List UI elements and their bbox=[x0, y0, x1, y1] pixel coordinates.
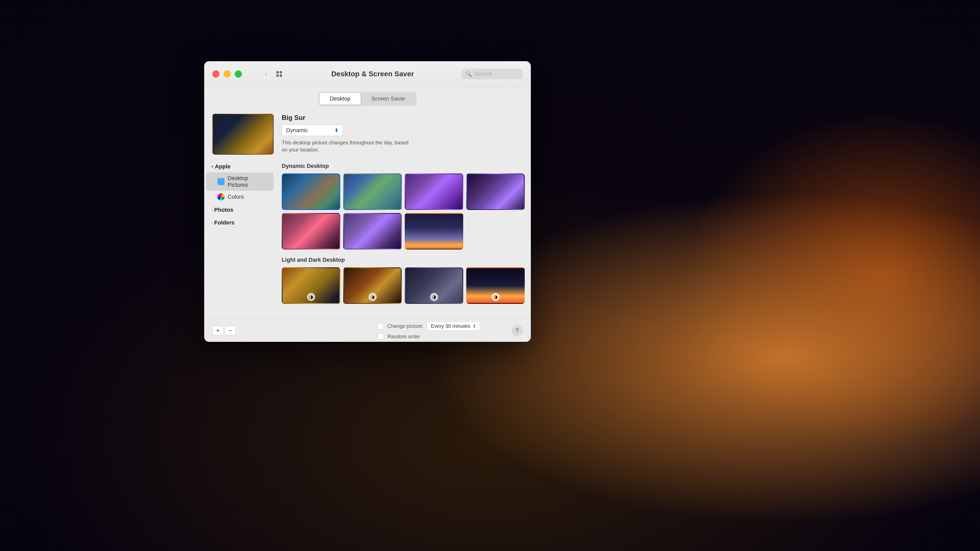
search-input[interactable] bbox=[474, 71, 519, 77]
search-icon: 🔍 bbox=[466, 71, 472, 77]
sidebar-section-folders-label: Folders bbox=[214, 219, 234, 226]
light-dark-toggle-icon-3: ◑ bbox=[430, 293, 438, 301]
wallpaper-thumb-4[interactable] bbox=[466, 173, 525, 210]
svg-rect-0 bbox=[277, 71, 279, 73]
svg-rect-1 bbox=[280, 71, 282, 73]
folder-icon bbox=[218, 178, 224, 185]
tab-desktop[interactable]: Desktop bbox=[320, 93, 361, 105]
interval-dropdown[interactable]: Every 30 minutes ⬍ bbox=[427, 321, 480, 331]
tab-screensaver[interactable]: Screen Saver bbox=[361, 93, 415, 105]
traffic-lights bbox=[212, 70, 242, 78]
sidebar-header-apple[interactable]: ▾ Apple bbox=[206, 161, 274, 172]
svg-rect-2 bbox=[277, 75, 279, 77]
change-picture-checkbox[interactable] bbox=[378, 323, 384, 329]
dynamic-desktop-grid bbox=[282, 173, 525, 249]
preview-name: Big Sur bbox=[282, 114, 409, 122]
dynamic-dropdown[interactable]: Dynamic ⬍ bbox=[282, 125, 343, 136]
add-button[interactable]: + bbox=[212, 326, 224, 335]
sidebar-section-apple: ▾ Apple Desktop Pictures Colors bbox=[204, 161, 275, 203]
grid-view-icon[interactable] bbox=[275, 69, 284, 79]
maximize-button[interactable] bbox=[235, 70, 242, 78]
light-dark-toggle-icon-2: ◑ bbox=[369, 293, 377, 301]
search-box[interactable]: 🔍 bbox=[461, 68, 523, 79]
content-body: ▾ Apple Desktop Pictures Colors bbox=[204, 159, 531, 319]
wallpaper-thumb-ld1[interactable]: ◑ bbox=[282, 267, 340, 304]
random-order-label: Random order bbox=[387, 333, 420, 340]
close-button[interactable] bbox=[212, 70, 220, 78]
sidebar-header-folders[interactable]: › Folders bbox=[206, 217, 274, 229]
sidebar-item-desktop-pictures[interactable]: Desktop Pictures bbox=[206, 172, 274, 191]
add-remove-buttons: + − bbox=[212, 326, 236, 335]
nav-buttons: ‹ › bbox=[250, 69, 270, 79]
wallpaper-thumb-ld4[interactable]: ◑ bbox=[466, 267, 525, 304]
dropdown-arrow-icon: ⬍ bbox=[334, 127, 339, 133]
wallpaper-thumb-7[interactable] bbox=[405, 213, 463, 249]
bottom-bar: + − Change picture: Every 30 minutes ⬍ R… bbox=[204, 319, 531, 342]
wallpaper-thumb-6[interactable] bbox=[343, 213, 402, 249]
dropdown-value: Dynamic bbox=[286, 127, 332, 134]
preview-description: This desktop picture changes throughout … bbox=[282, 139, 409, 153]
sidebar-item-colors[interactable]: Colors bbox=[206, 191, 274, 203]
preview-info: Big Sur Dynamic ⬍ This desktop picture c… bbox=[282, 114, 409, 153]
tabs-bar: Desktop Screen Saver bbox=[204, 87, 531, 110]
chevron-down-icon: ▾ bbox=[211, 164, 213, 169]
system-preferences-window: ‹ › Desktop & Screen Saver 🔍 Desktop bbox=[204, 61, 531, 342]
remove-button[interactable]: − bbox=[224, 326, 236, 335]
sidebar-header-photos[interactable]: › Photos bbox=[206, 204, 274, 216]
light-dark-toggle-icon-1: ◑ bbox=[307, 293, 315, 301]
svg-rect-3 bbox=[280, 75, 282, 77]
interval-arrow-icon: ⬍ bbox=[473, 324, 476, 329]
wallpaper-thumb-3[interactable] bbox=[405, 173, 463, 210]
chevron-right-icon: › bbox=[211, 208, 213, 212]
forward-button[interactable]: › bbox=[261, 69, 270, 79]
light-dark-desktop-label: Light and Dark Desktop bbox=[282, 257, 525, 263]
wallpaper-thumb-5[interactable] bbox=[282, 213, 340, 249]
minimize-button[interactable] bbox=[224, 70, 231, 78]
wallpaper-thumb-ld3[interactable]: ◑ bbox=[405, 267, 463, 304]
help-button[interactable]: ? bbox=[511, 325, 523, 336]
preview-section: Big Sur Dynamic ⬍ This desktop picture c… bbox=[204, 110, 531, 159]
tabs-container: Desktop Screen Saver bbox=[318, 92, 417, 106]
wallpaper-grid-area: Dynamic Desktop Light and Dark Desktop ◑ bbox=[275, 159, 531, 319]
light-dark-toggle-icon-4: ◑ bbox=[492, 293, 500, 301]
window-title: Desktop & Screen Saver bbox=[284, 70, 461, 78]
light-dark-grid: ◑ ◑ ◑ ◑ bbox=[282, 267, 525, 304]
colors-icon bbox=[218, 193, 224, 200]
sidebar: ▾ Apple Desktop Pictures Colors bbox=[204, 159, 275, 319]
sidebar-section-apple-label: Apple bbox=[215, 163, 231, 170]
sidebar-section-folders: › Folders bbox=[204, 217, 275, 229]
sidebar-item-colors-label: Colors bbox=[228, 194, 244, 200]
preview-thumbnail bbox=[212, 114, 274, 155]
chevron-right-icon-2: › bbox=[211, 221, 213, 225]
back-button[interactable]: ‹ bbox=[250, 69, 259, 79]
wallpaper-thumb-ld2[interactable]: ◑ bbox=[343, 267, 402, 304]
wallpaper-thumb-2[interactable] bbox=[343, 173, 402, 210]
wallpaper-thumb-1[interactable] bbox=[282, 173, 340, 210]
dynamic-desktop-label: Dynamic Desktop bbox=[282, 163, 525, 169]
sidebar-section-photos-label: Photos bbox=[214, 206, 233, 213]
interval-value: Every 30 minutes bbox=[431, 323, 470, 329]
random-order-checkbox[interactable] bbox=[378, 333, 384, 340]
sidebar-item-desktop-pictures-label: Desktop Pictures bbox=[228, 175, 269, 188]
titlebar: ‹ › Desktop & Screen Saver 🔍 bbox=[204, 61, 531, 87]
sidebar-section-photos: › Photos bbox=[204, 204, 275, 216]
bottom-controls: Change picture: Every 30 minutes ⬍ Rando… bbox=[378, 321, 508, 340]
change-picture-label: Change picture: bbox=[387, 323, 423, 329]
